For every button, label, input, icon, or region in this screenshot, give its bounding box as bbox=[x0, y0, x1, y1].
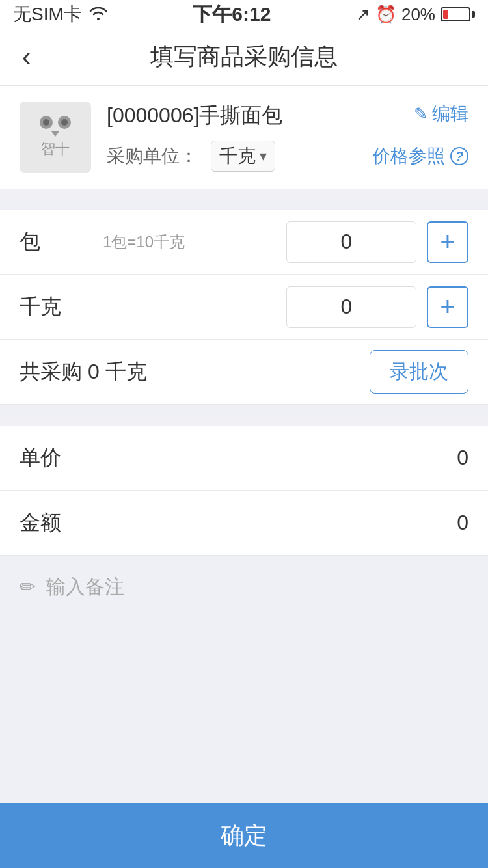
confirm-button[interactable]: 确定 bbox=[0, 803, 488, 868]
kg-plus-button[interactable]: + bbox=[427, 286, 468, 328]
status-right: ↗ ⏰ 20% bbox=[356, 5, 475, 25]
unit-value: 千克 bbox=[219, 144, 256, 169]
notes-placeholder: 输入备注 bbox=[46, 574, 124, 601]
battery-icon bbox=[441, 7, 475, 21]
page-title: 填写商品采购信息 bbox=[150, 41, 338, 73]
logo-text: 智十 bbox=[41, 139, 70, 159]
bao-input-wrap: + bbox=[185, 221, 468, 263]
kg-input[interactable] bbox=[286, 286, 416, 328]
unit-price-row: 单价 0 bbox=[0, 426, 488, 491]
kg-input-wrap: + bbox=[98, 286, 468, 328]
section-divider-1 bbox=[0, 199, 488, 210]
status-bar: 无SIM卡 下午6:12 ↗ ⏰ 20% bbox=[0, 0, 488, 29]
info-icon: ? bbox=[450, 147, 468, 165]
amount-value: 0 bbox=[457, 511, 468, 535]
record-batch-button[interactable]: 录批次 bbox=[370, 350, 468, 394]
bao-sublabel: 1包=10千克 bbox=[103, 232, 185, 252]
bao-row: 包 1包=10千克 + bbox=[0, 210, 488, 275]
edit-icon: ✎ bbox=[414, 104, 428, 124]
status-time: 下午6:12 bbox=[193, 1, 271, 28]
product-card: 智十 [0000006]手撕面包 采购单位： 千克 ▾ 价格参照 ? ✎ 编辑 bbox=[0, 86, 488, 189]
amount-label: 金额 bbox=[20, 509, 61, 537]
nav-bar: ‹ 填写商品采购信息 bbox=[0, 29, 488, 86]
edit-button[interactable]: ✎ 编辑 bbox=[414, 102, 468, 126]
price-ref-label: 价格参照 bbox=[372, 144, 445, 169]
notes-section[interactable]: ✏ 输入备注 bbox=[0, 556, 488, 803]
unit-price-label: 单价 bbox=[20, 444, 61, 472]
total-row: 共采购 0 千克 录批次 bbox=[0, 340, 488, 405]
status-left: 无SIM卡 bbox=[13, 2, 108, 27]
kg-label: 千克 bbox=[20, 293, 98, 321]
section-divider-2 bbox=[0, 405, 488, 415]
price-section: 单价 0 金额 0 bbox=[0, 426, 488, 556]
product-thumbnail: 智十 bbox=[20, 102, 91, 173]
price-ref-button[interactable]: 价格参照 ? bbox=[372, 144, 468, 169]
amount-row: 金额 0 bbox=[0, 491, 488, 556]
unit-label: 采购单位： bbox=[107, 144, 198, 169]
alarm-icon: ⏰ bbox=[375, 5, 396, 25]
back-button[interactable]: ‹ bbox=[16, 36, 37, 78]
chevron-down-icon: ▾ bbox=[260, 148, 267, 165]
battery-percent: 20% bbox=[401, 5, 435, 25]
edit-label: 编辑 bbox=[432, 102, 468, 126]
total-text: 共采购 0 千克 bbox=[20, 358, 147, 387]
unit-price-value: 0 bbox=[457, 446, 468, 470]
input-section: 包 1包=10千克 + 千克 + 共采购 0 千克 录批次 bbox=[0, 210, 488, 405]
unit-select[interactable]: 千克 ▾ bbox=[211, 141, 275, 172]
bao-plus-button[interactable]: + bbox=[427, 221, 468, 263]
location-icon: ↗ bbox=[356, 5, 370, 25]
kg-row: 千克 + bbox=[0, 275, 488, 340]
pencil-icon: ✏ bbox=[20, 575, 36, 598]
wifi-icon bbox=[88, 4, 108, 25]
carrier-label: 无SIM卡 bbox=[13, 2, 82, 27]
bao-label: 包 bbox=[20, 228, 98, 256]
product-meta: 采购单位： 千克 ▾ 价格参照 ? bbox=[107, 141, 468, 172]
bao-input[interactable] bbox=[286, 221, 416, 263]
